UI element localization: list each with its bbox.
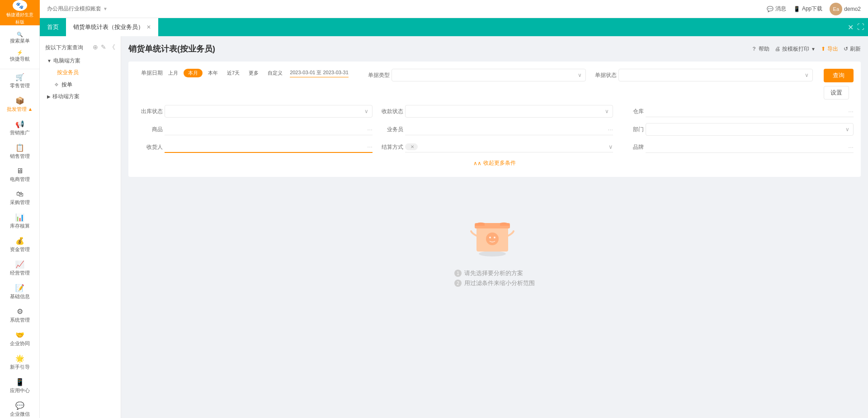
filter-warehouse-cell: 仓库 ··· [617,106,854,117]
print-button[interactable]: 🖨 按模板打印 ▼ [775,45,816,53]
goods-dots[interactable]: ··· [367,126,373,133]
mobile-section[interactable]: ▶ 移动端方案 [43,91,117,102]
app-label: App下载 [802,5,822,13]
collapse-button[interactable]: ∧∧ 收起更多条件 [136,157,854,170]
search-label: 搜索菜单 [10,38,30,44]
edit-scheme-icon[interactable]: ✎ [101,43,106,52]
sidebar-item-wholesale[interactable]: 📦 批发管理 ▲ [0,93,39,116]
sidebar-item-basic[interactable]: 📝 基础信息 [0,280,39,304]
scheme-by-order[interactable]: ❖ 按单 [51,79,117,91]
refresh-button[interactable]: ↺ 刷新 [844,45,861,53]
outstatus-select[interactable]: ∨ [165,105,373,118]
docstatus-select[interactable]: ∨ [618,69,813,81]
business-icon: 📈 [15,260,24,269]
sidebar-item-ecommerce[interactable]: 🖥 电商管理 [0,163,39,186]
department-label: 部门 [617,126,644,133]
logo[interactable]: 🐾 畅捷通好生意 标版 [0,0,40,25]
tab-bar: 首页 销货单统计表（按业务员） ✕ ✕ ⛶ [40,18,868,36]
goods-input-wrap: ··· [165,124,373,135]
consignee-input-wrap[interactable]: ··· [165,141,373,153]
query-button[interactable]: 查询 [824,69,854,82]
doctype-select[interactable]: ∨ [392,69,586,81]
print-label: 按模板打印 [782,45,809,53]
quick-nav-label: 快捷导航 [10,56,30,62]
settings-button[interactable]: 设置 [824,86,849,100]
sidebar-item-retail[interactable]: 🛒 零售管理 [0,69,39,93]
department-select[interactable]: ∨ [646,123,854,136]
collapse-label: 收起更多条件 [483,159,516,167]
left-panel-title: 按以下方案查询 [45,44,83,52]
tab-sales-stat[interactable]: 销货单统计表（按业务员） ✕ [66,18,158,36]
sidebar-item-business[interactable]: 📈 经营管理 [0,256,39,280]
outstatus-chevron-icon: ∨ [364,108,368,114]
this-year-btn[interactable]: 本年 [204,69,222,77]
print-dropdown-icon: ▼ [811,47,816,52]
export-button[interactable]: ⬆ 导出 [821,45,838,53]
filter-row-4: 收货人 ··· 结算方式 ✕ [136,141,854,153]
user-profile[interactable]: Ea demo2 [830,3,861,15]
quick-nav-item[interactable]: ⚡ 快捷导航 [0,47,39,65]
more-date-btn[interactable]: 更多 [245,69,262,77]
sidebar-item-system[interactable]: ⚙ 系统管理 [0,304,39,327]
tab-close-icon[interactable]: ✕ [146,24,151,30]
page-title-bar: 销货单统计表(按业务员) ？ 帮助 🖨 按模板打印 ▼ ⬆ 导出 [128,43,861,54]
tab-home[interactable]: 首页 [40,18,66,36]
pc-section-label: 电脑端方案 [53,57,80,65]
custom-date-btn[interactable]: 自定义 [264,69,286,77]
pc-section[interactable]: ▼ 电脑端方案 [43,55,117,66]
sidebar-item-newbie[interactable]: 🌟 新手引导 [0,351,39,374]
empty-text: 1 请先选择要分析的方案 2 用过滤条件来缩小分析范围 [454,267,535,289]
sidebar-item-wechat[interactable]: 💬 企业微信 [0,398,39,418]
date-range-display[interactable]: 2023-03-01 至 2023-03-31 [290,69,349,77]
add-scheme-icon[interactable]: ⊕ [93,43,98,52]
sidebar-item-appstore[interactable]: 📱 应用中心 [0,374,39,398]
filter-settlement-cell: 结算方式 ✕ ∨ [376,142,613,152]
collectstatus-select[interactable]: ∨ [405,105,613,118]
logo-sub: 标版 [15,19,24,25]
purchase-label: 采购管理 [10,199,30,206]
action-btn-group: 查询 设置 [824,69,854,100]
help-button[interactable]: ？ 帮助 [751,45,769,53]
left-panel: 按以下方案查询 ⊕ ✎ 《 ▼ 电脑端方案 按业务员 [40,36,121,418]
last-7days-btn[interactable]: 近7天 [223,69,243,77]
sidebar-item-sales[interactable]: 📋 销售管理 [0,140,39,163]
tab-minimize-icon[interactable]: ✕ [848,23,854,32]
sidebar-item-inventory[interactable]: 📊 库存核算 [0,209,39,233]
outstatus-label: 出库状态 [136,108,163,115]
sidebar-item-enterprise[interactable]: 🤝 企业协同 [0,327,39,351]
sidebar-item-purchase[interactable]: 🛍 采购管理 [0,186,39,209]
filter-salesman-cell: 业务员 ··· [376,124,613,135]
this-month-btn[interactable]: 本月 [184,69,203,77]
mobile-arrow: ▶ [47,94,51,99]
tab-maximize-icon[interactable]: ⛶ [857,23,864,31]
last-month-btn[interactable]: 上月 [165,69,182,77]
wechat-icon: 💬 [15,401,24,410]
svg-point-3 [486,233,499,245]
system-label: 系统管理 [10,317,30,323]
step1-num: 1 [454,270,462,277]
brand-dots[interactable]: ··· [848,143,854,151]
app-icon: 📱 [793,6,800,12]
refresh-label: 刷新 [850,45,861,53]
company-selector[interactable]: 办公用品行业模拟账套 ▼ [47,5,108,13]
collapse-panel-icon[interactable]: 《 [109,43,115,52]
brand-input-wrap: ··· [646,142,854,153]
settlement-chevron-icon[interactable]: ∨ [609,143,613,150]
app-download-button[interactable]: 📱 App下载 [793,5,822,13]
consignee-dots[interactable]: ··· [367,143,373,150]
help-icon: ？ [751,45,757,53]
search-menu-item[interactable]: 🔍 搜索菜单 [0,29,39,47]
home-tab-label: 首页 [47,23,59,31]
enterprise-icon: 🤝 [15,331,24,339]
message-button[interactable]: 💬 消息 [767,5,786,13]
sidebar-item-finance[interactable]: 💰 资金管理 [0,233,39,256]
doctype-chevron-icon: ∨ [578,72,582,78]
filter-row-2: 出库状态 ∨ 收款状态 ∨ [136,105,854,118]
retail-label: 零售管理 [10,82,30,89]
settlement-tag-close-icon[interactable]: ✕ [410,144,414,149]
warehouse-dots[interactable]: ··· [848,108,854,115]
scheme-by-salesman[interactable]: 按业务员 [51,66,117,79]
svg-point-5 [494,237,495,238]
salesman-dots[interactable]: ··· [608,126,613,133]
sidebar-item-marketing[interactable]: 📢 营销推广 [0,116,39,140]
